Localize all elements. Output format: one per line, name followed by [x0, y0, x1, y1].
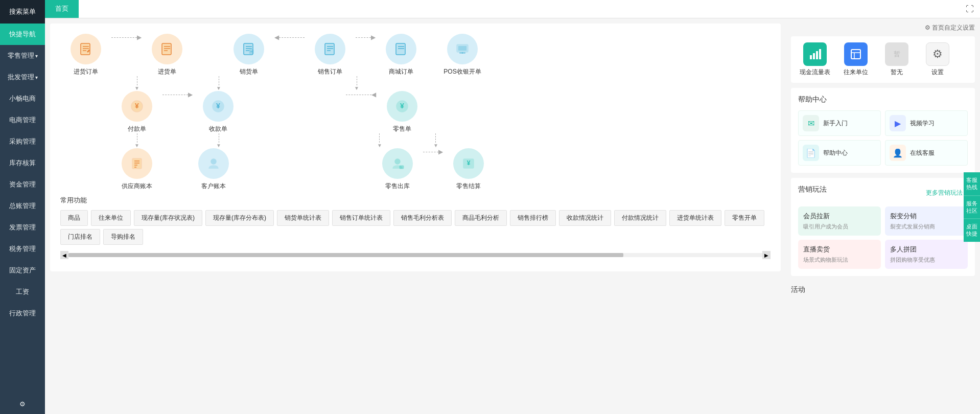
svg-rect-46: [810, 55, 812, 59]
sidebar-item-wholesale-mgmt[interactable]: 批发管理 ▾: [0, 66, 45, 88]
help-item-video[interactable]: ▶ 视频学习: [885, 110, 968, 136]
sidebar-item-label: 税务管理: [9, 244, 36, 254]
quick-icon-contacts[interactable]: 往来单位: [838, 42, 874, 77]
func-btn-payment-stats[interactable]: 付款情况统计: [614, 210, 666, 226]
func-btn-contacts[interactable]: 往来单位: [91, 210, 131, 226]
flow-node-retail-settle[interactable]: ¥ 零售结算: [443, 148, 494, 191]
quick-nav-card: 进货订单 ▶: [50, 24, 781, 271]
sales-order-icon: [315, 34, 345, 64]
common-functions-title: 常用功能: [60, 196, 771, 205]
retail-bill-icon: ¥: [387, 91, 417, 122]
tab-home[interactable]: 首页: [45, 0, 79, 18]
scroll-left-btn[interactable]: ◀: [60, 251, 68, 259]
func-btn-receipt-stats[interactable]: 收款情况统计: [559, 210, 611, 226]
sidebar-item-xiao-ecom[interactable]: 小畅电商: [0, 88, 45, 109]
sidebar-item-label: 工资: [16, 287, 29, 296]
func-btn-sales-order-stats[interactable]: 销售订单统计表: [332, 210, 390, 226]
func-btn-guide-rank[interactable]: 导购排名: [103, 229, 143, 245]
sidebar-item-finance-mgmt[interactable]: 资金管理: [0, 174, 45, 195]
cash-flow-icon: [803, 42, 827, 66]
more-marketing-link[interactable]: 更多营销玩法 >: [926, 189, 968, 197]
func-btn-store-rank[interactable]: 门店排名: [60, 229, 100, 245]
svg-rect-50: [851, 50, 860, 59]
marketing-item-group[interactable]: 多人拼团 拼团购物享受优惠: [885, 240, 968, 269]
customer-account-icon: [198, 148, 229, 179]
flow-node-payment[interactable]: ¥ 付款单: [111, 91, 162, 133]
flow-node-sales-order[interactable]: 销售订单: [305, 34, 356, 76]
right-panel: ⚙ 首页自定义设置 现金流量表: [786, 18, 980, 414]
func-btn-inventory-status[interactable]: 现存量(库存状况表): [134, 210, 202, 226]
func-btn-sales-stats[interactable]: 销货单统计表: [277, 210, 329, 226]
flow-node-mall-order[interactable]: 商城订单: [376, 34, 427, 76]
sidebar-search[interactable]: 搜索菜单: [0, 0, 45, 24]
flow-node-supplier-account[interactable]: 供应商账本: [111, 148, 162, 191]
marketing-item-split[interactable]: 裂变分销 裂变式发展分销商: [885, 206, 968, 236]
svg-rect-17: [325, 43, 334, 55]
float-btn-service-community[interactable]: 服务社区: [964, 196, 980, 219]
func-btn-sales-profit[interactable]: 销售毛利分析表: [393, 210, 452, 226]
quick-icons-row: 现金流量表 往来单位 暂 暂无: [791, 36, 975, 83]
home-customize-btn[interactable]: ⚙ 首页自定义设置: [791, 24, 975, 32]
help-item-online-service[interactable]: 👤 在线客服: [885, 140, 968, 166]
sidebar-item-label: 批发管理: [8, 73, 34, 82]
sidebar-item-fixed-assets[interactable]: 固定资产: [0, 260, 45, 281]
func-btn-retail-order[interactable]: 零售开单: [725, 210, 764, 226]
sidebar-item-label: 总账管理: [9, 201, 36, 211]
fullscreen-button[interactable]: ⛶: [960, 5, 980, 14]
sidebar-settings[interactable]: ⚙: [0, 394, 45, 414]
activities-section: 活动: [791, 281, 975, 298]
help-item-beginner[interactable]: ✉ 新手入门: [798, 110, 881, 136]
sidebar-item-label: 固定资产: [9, 266, 36, 275]
sidebar-item-inventory[interactable]: 库存核算: [0, 152, 45, 174]
chevron-down-icon: ▾: [35, 53, 38, 59]
flow-node-pos[interactable]: POS收银开单: [437, 34, 488, 76]
sidebar-item-label: 发票管理: [9, 223, 36, 232]
help-item-help[interactable]: 📄 帮助中心: [798, 140, 881, 166]
settings-icon: ⚙: [926, 42, 949, 66]
sidebar-item-more[interactable]: 行政管理: [0, 303, 45, 324]
svg-text:¥: ¥: [467, 159, 471, 167]
contacts-icon: [844, 42, 868, 66]
svg-rect-43: [400, 166, 404, 169]
horizontal-scrollbar[interactable]: ◀ ▶: [60, 249, 771, 261]
sidebar-item-general-ledger[interactable]: 总账管理: [0, 195, 45, 217]
marketing-grid: 会员拉新 吸引用户成为会员 裂变分销 裂变式发展分销商 直播卖货 场景式购物新玩…: [798, 206, 968, 269]
marketing-item-live[interactable]: 直播卖货 场景式购物新玩法: [798, 240, 881, 269]
flow-node-retail-out[interactable]: 零售出库: [372, 148, 423, 191]
func-btn-goods-profit[interactable]: 商品毛利分析: [455, 210, 507, 226]
marketing-item-member[interactable]: 会员拉新 吸引用户成为会员: [798, 206, 881, 236]
tab-bar: 首页 ⛶: [45, 0, 980, 18]
quick-icon-none[interactable]: 暂 暂无: [879, 42, 915, 77]
float-btn-desktop-shortcut[interactable]: 桌面快捷: [964, 219, 980, 242]
sidebar-item-quick-nav[interactable]: 快捷导航: [0, 24, 45, 45]
svg-rect-48: [816, 51, 818, 59]
purchase-order-icon: [71, 34, 101, 64]
sidebar-item-ecom-mgmt[interactable]: 电商管理: [0, 109, 45, 131]
flow-node-customer-account[interactable]: 客户账本: [188, 148, 239, 191]
func-btn-inventory-dist[interactable]: 现存量(库存分布表): [205, 210, 274, 226]
flow-col-purchase-order: 进货订单: [60, 34, 111, 76]
flow-node-purchase-order[interactable]: 进货订单: [60, 34, 111, 76]
sidebar-item-invoice-mgmt[interactable]: 发票管理: [0, 217, 45, 238]
purchase-bill-icon: [152, 34, 182, 64]
sidebar-item-salary[interactable]: 工资: [0, 281, 45, 303]
float-btn-customer-service[interactable]: 客服热线: [964, 172, 980, 196]
svg-rect-5: [162, 43, 171, 55]
sidebar-item-retail-mgmt[interactable]: 零售管理 ▾: [0, 45, 45, 66]
quick-icon-cash-flow[interactable]: 现金流量表: [797, 42, 833, 77]
video-icon: ▶: [890, 115, 906, 131]
svg-point-41: [211, 159, 216, 164]
flow-node-sales-bill[interactable]: 销货单: [223, 34, 274, 76]
sidebar-item-tax-mgmt[interactable]: 税务管理: [0, 238, 45, 260]
flow-node-purchase-bill[interactable]: 进货单: [142, 34, 193, 76]
func-btn-goods[interactable]: 商品: [60, 210, 88, 226]
svg-rect-47: [813, 53, 815, 59]
quick-icon-settings[interactable]: ⚙ 设置: [920, 42, 955, 77]
scroll-thumb[interactable]: [68, 253, 623, 257]
func-btn-sales-rank[interactable]: 销售排行榜: [510, 210, 556, 226]
scroll-right-btn[interactable]: ▶: [762, 251, 771, 259]
func-btn-purchase-stats[interactable]: 进货单统计表: [669, 210, 721, 226]
flow-node-receipt[interactable]: ¥ 收款单: [193, 91, 244, 133]
sidebar-item-purchase-mgmt[interactable]: 采购管理: [0, 131, 45, 152]
flow-node-retail-bill[interactable]: ¥ 零售单: [377, 91, 428, 133]
